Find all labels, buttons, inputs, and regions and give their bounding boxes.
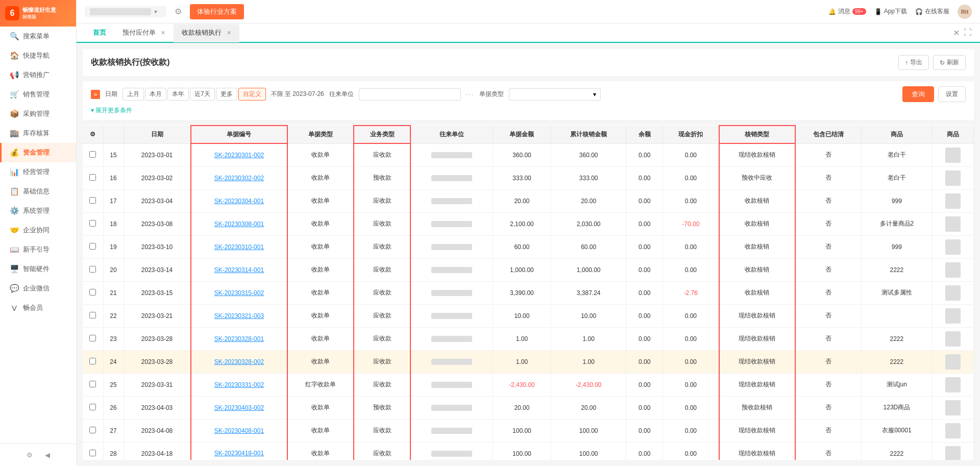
filter-expand-icon[interactable]: » [91, 90, 100, 99]
sidebar-item-member[interactable]: V 畅会员 [0, 298, 76, 317]
sidebar-settings-btn[interactable]: ⚙ [21, 448, 38, 462]
sidebar-item-enterprise[interactable]: 🤝 企业协同 [0, 220, 76, 240]
sidebar-item-operations[interactable]: 📊 经营管理 [0, 162, 76, 182]
tab-prepay[interactable]: 预付应付单 ✕ [114, 24, 174, 42]
sidebar-item-basic[interactable]: 📋 基础信息 [0, 182, 76, 201]
cell-checkbox[interactable] [83, 189, 103, 212]
cell-sn[interactable]: SK-20230314-001 [191, 258, 288, 281]
tab-collection[interactable]: 收款核销执行 ✕ [174, 24, 239, 42]
cell-sn[interactable]: SK-20230301-002 [191, 143, 288, 166]
column-settings-icon[interactable]: ⚙ [90, 131, 95, 138]
cell-checkbox[interactable] [83, 327, 103, 350]
cell-sn[interactable]: SK-20230304-001 [191, 189, 288, 212]
cell-checkbox[interactable] [83, 442, 103, 460]
sidebar-item-system[interactable]: ⚙️ 系统管理 [0, 201, 76, 220]
cell-sn[interactable]: SK-20230331-002 [191, 373, 288, 396]
online-service-item[interactable]: 🎧 在线客服 [915, 7, 949, 16]
date-btn-thismonth[interactable]: 本月 [145, 88, 166, 101]
cell-sn[interactable]: SK-20230403-002 [191, 396, 288, 419]
sidebar-item-search[interactable]: 🔍 搜索菜单 [0, 27, 76, 46]
cell-checkbox[interactable] [83, 304, 103, 327]
sn-link[interactable]: SK-20230328-001 [214, 335, 264, 342]
sidebar-item-guide[interactable]: 📖 新手引导 [0, 240, 76, 259]
sn-link[interactable]: SK-20230321-003 [214, 312, 264, 320]
sn-link[interactable]: SK-20230418-001 [214, 450, 264, 457]
settings-button[interactable]: 设置 [938, 86, 966, 102]
sidebar-item-sales[interactable]: 🛒 销售管理 [0, 85, 76, 104]
tab-home[interactable]: 首页 [85, 24, 114, 42]
date-btn-custom[interactable]: 自定义 [238, 88, 266, 101]
sidebar-item-finance[interactable]: 💰 资金管理 [0, 143, 76, 162]
th-balance[interactable]: 余额 [626, 126, 663, 143]
th-date[interactable]: 日期 [124, 126, 191, 143]
sidebar-item-purchase[interactable]: 📦 采购管理 [0, 104, 76, 124]
date-btn-lastmonth[interactable]: 上月 [122, 88, 144, 101]
user-avatar[interactable]: Rit [958, 5, 972, 19]
cell-checkbox[interactable] [83, 350, 103, 373]
sidebar-item-hardware[interactable]: 🖥️ 智能硬件 [0, 259, 76, 279]
sn-link[interactable]: SK-20230403-002 [214, 404, 264, 411]
refresh-button[interactable]: ↻ 刷新 [933, 55, 966, 70]
cell-checkbox[interactable] [83, 143, 103, 166]
tab-prepay-close-icon[interactable]: ✕ [161, 30, 165, 36]
sidebar-item-marketing[interactable]: 📢 营销推广 [0, 65, 76, 85]
voucher-type-select[interactable]: ▾ [509, 88, 601, 101]
cell-checkbox[interactable] [83, 166, 103, 189]
th-write-type[interactable]: 核销类型 [719, 126, 795, 143]
th-partner[interactable]: 往来单位 [410, 126, 493, 143]
th-amount[interactable]: 单据金额 [493, 126, 551, 143]
cell-sn[interactable]: SK-20230328-002 [191, 350, 288, 373]
tabbar-close-btn[interactable]: ✕ [953, 28, 960, 38]
app-download-item[interactable]: 📱 App下载 [874, 7, 907, 16]
th-goods[interactable]: 商品 [861, 126, 932, 143]
cell-checkbox[interactable] [83, 281, 103, 304]
sn-link[interactable]: SK-20230314-001 [214, 266, 264, 274]
th-sn[interactable]: 单据编号 [191, 126, 288, 143]
cell-sn[interactable]: SK-20230408-001 [191, 419, 288, 442]
th-biz-type[interactable]: 业务类型 [354, 126, 410, 143]
cell-sn[interactable]: SK-20230321-003 [191, 304, 288, 327]
sn-link[interactable]: SK-20230304-001 [214, 198, 264, 205]
sidebar-item-inventory[interactable]: 🏬 库存核算 [0, 124, 76, 143]
cell-sn[interactable]: SK-20230418-001 [191, 442, 288, 460]
th-cash-discount[interactable]: 现金折扣 [663, 126, 719, 143]
sn-link[interactable]: SK-20230301-002 [214, 152, 264, 159]
sn-link[interactable]: SK-20230310-001 [214, 243, 264, 251]
cell-checkbox[interactable] [83, 396, 103, 419]
table-container[interactable]: ⚙ 日期 单据编号 单据类型 业务类型 往来单位 单据金额 累计核销金额 余额 … [83, 125, 974, 460]
cell-sn[interactable]: SK-20230328-001 [191, 327, 288, 350]
sn-link[interactable]: SK-20230315-002 [214, 289, 264, 297]
cell-checkbox[interactable] [83, 258, 103, 281]
notifications-item[interactable]: 🔔 消息 99+ [828, 7, 866, 16]
th-goods2[interactable]: 商品 [932, 126, 973, 143]
th-include-cleared[interactable]: 包含已结清 [795, 126, 861, 143]
sidebar-collapse-btn[interactable]: ◀ [40, 448, 55, 462]
tabbar-fullscreen-btn[interactable]: ⛶ [964, 28, 972, 38]
cell-sn[interactable]: SK-20230302-002 [191, 166, 288, 189]
th-voucher-type[interactable]: 单据类型 [287, 126, 354, 143]
cell-sn[interactable]: SK-20230310-001 [191, 235, 288, 258]
query-button[interactable]: 查询 [902, 86, 934, 102]
cell-checkbox[interactable] [83, 235, 103, 258]
sn-link[interactable]: SK-20230408-001 [214, 427, 264, 434]
sn-link[interactable]: SK-20230328-002 [214, 358, 264, 365]
th-settings[interactable]: ⚙ [83, 126, 103, 143]
cell-checkbox[interactable] [83, 419, 103, 442]
sidebar-item-wechat[interactable]: 💬 企业微信 [0, 279, 76, 298]
cell-sn[interactable]: SK-20230315-002 [191, 281, 288, 304]
cell-checkbox[interactable] [83, 373, 103, 396]
export-button[interactable]: ↑ 导出 [898, 55, 929, 70]
sn-link[interactable]: SK-20230331-002 [214, 381, 264, 388]
sidebar-item-quicknav[interactable]: 🏠 快捷导航 [0, 46, 76, 65]
solution-button[interactable]: 体验行业方案 [190, 4, 244, 19]
cell-sn[interactable]: SK-20230308-001 [191, 212, 288, 235]
workspace-selector[interactable]: ▾ [85, 6, 166, 17]
topbar-gear-icon[interactable]: ⚙ [173, 5, 184, 18]
cell-checkbox[interactable] [83, 212, 103, 235]
date-btn-thisyear[interactable]: 本年 [167, 88, 189, 101]
partner-input[interactable] [359, 88, 461, 101]
date-btn-more[interactable]: 更多 [216, 88, 237, 101]
expand-more-btn[interactable]: ▾ 展开更多条件 [91, 106, 132, 115]
date-btn-7days[interactable]: 近7天 [190, 88, 215, 101]
sn-link[interactable]: SK-20230302-002 [214, 175, 264, 182]
